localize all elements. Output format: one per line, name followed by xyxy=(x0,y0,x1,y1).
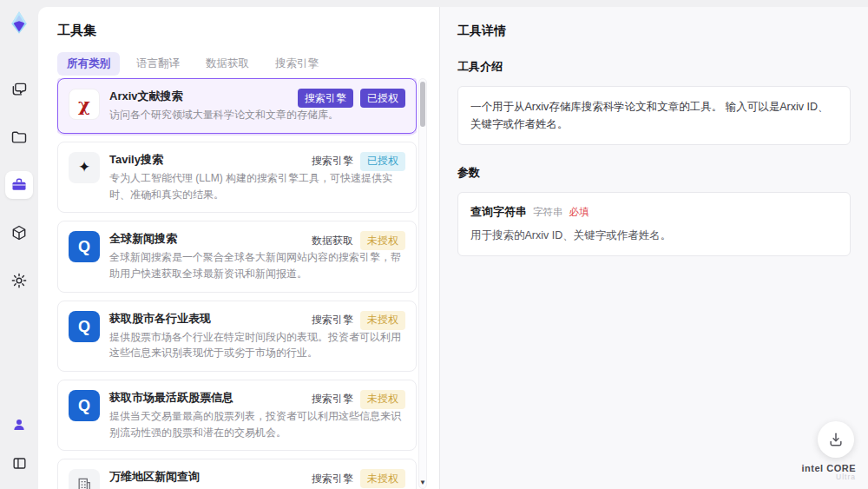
sidebar-bottom xyxy=(5,411,33,477)
intel-core-logo-text: intel CORE xyxy=(802,463,856,473)
download-icon xyxy=(827,431,845,448)
tool-list-item[interactable]: Q 获取股市各行业表现 提供股票市场各个行业在特定时间段内的表现。投资者可以利用… xyxy=(57,301,417,372)
tool-tags: 搜索引擎未授权 xyxy=(312,469,405,488)
sidebar-item-chat[interactable] xyxy=(5,76,33,103)
chat-icon xyxy=(10,81,28,98)
gem-logo-icon xyxy=(7,10,31,35)
sidebar-item-toolbox[interactable] xyxy=(5,171,33,199)
tool-tags: 搜索引擎未授权 xyxy=(312,390,405,409)
category-tabs: 所有类别语言翻译数据获取搜索引擎 xyxy=(57,52,439,76)
status-badge: 未授权 xyxy=(360,390,405,409)
download-button[interactable] xyxy=(818,421,854,458)
tool-description: 提供当天交易量最高的股票列表，投资者可以利用这些信息来识别流动性强的股票和潜在的… xyxy=(109,408,404,440)
tavily-star-icon: ✦ xyxy=(78,160,90,175)
tool-description: 专为人工智能代理 (LLM) 构建的搜索引擎工具，可快速提供实时、准确和真实的结… xyxy=(109,170,404,202)
category-tab-3[interactable]: 搜索引擎 xyxy=(266,52,328,76)
cube-icon xyxy=(10,224,28,241)
intro-heading: 工具介绍 xyxy=(457,59,851,75)
tool-list-item[interactable]: Q 获取市场最活跃股票信息 提供当天交易量最高的股票列表，投资者可以利用这些信息… xyxy=(57,380,417,451)
status-badge: 未授权 xyxy=(360,231,405,250)
category-tab-0[interactable]: 所有类别 xyxy=(57,52,120,76)
panel-toggle-icon xyxy=(11,455,28,472)
sidebar-nav xyxy=(5,76,33,294)
parameter-card: 查询字符串 字符串 必填 用于搜索的Arxiv ID、关键字或作者姓名。 xyxy=(457,192,851,256)
tool-list-item[interactable]: Q 全球新闻搜索 全球新闻搜索是一个聚合全球各大新闻网站内容的搜索引擎，帮助用户… xyxy=(57,221,417,292)
category-tag: 搜索引擎 xyxy=(312,154,353,169)
sidebar-item-files[interactable] xyxy=(5,123,33,151)
building-news-icon xyxy=(76,476,93,489)
category-tag: 搜索引擎 xyxy=(312,392,353,406)
intel-core-brand: intel CORE Ultra xyxy=(802,463,856,481)
category-tab-1[interactable]: 语言翻译 xyxy=(127,52,189,76)
tool-list-item[interactable]: χ Arxiv文献搜索 访问各个研究领域大量科学论文和文章的存储库。 搜索引擎已… xyxy=(57,78,417,134)
list-scrollbar[interactable]: ▼ xyxy=(418,78,427,489)
tool-list-item[interactable]: 万维地区新闻查询 查询具体行政区划内的新闻，快速了解各地新闻动 搜索引擎未授权 xyxy=(57,459,417,489)
tool-tags: 搜索引擎未授权 xyxy=(312,311,405,330)
tavily-tool-icon: ✦ xyxy=(69,152,100,183)
tool-description: 提供股票市场各个行业在特定时间段内的表现。投资者可以利用这些信息来识别表现优于或… xyxy=(109,329,404,361)
tool-tags: 搜索引擎已授权 xyxy=(298,89,405,108)
category-tag: 搜索引擎 xyxy=(298,89,353,108)
page-title: 工具集 xyxy=(57,23,439,39)
parameter-required-badge: 必填 xyxy=(569,206,589,219)
intro-card: 一个用于从Arxiv存储库搜索科学论文和文章的工具。 输入可以是Arxiv ID… xyxy=(457,86,851,145)
icon-sidebar xyxy=(0,0,38,489)
parameter-name: 查询字符串 xyxy=(470,204,527,220)
building-tool-icon xyxy=(69,469,100,489)
tool-description: 访问各个研究领域大量科学论文和文章的存储库。 xyxy=(109,107,404,123)
arxiv-logo-icon: χ xyxy=(78,96,90,114)
user-icon xyxy=(11,417,27,433)
status-badge: 未授权 xyxy=(360,469,405,488)
parameter-description: 用于搜索的Arxiv ID、关键字或作者姓名。 xyxy=(470,228,838,244)
tool-detail-panel: 工具详情 工具介绍 一个用于从Arxiv存储库搜索科学论文和文章的工具。 输入可… xyxy=(439,7,868,489)
tool-tags: 搜索引擎已授权 xyxy=(312,152,405,171)
tool-list-panel: 工具集 所有类别语言翻译数据获取搜索引擎 χ Arxiv文献搜索 访问各个研究领… xyxy=(38,7,439,489)
category-tag: 搜索引擎 xyxy=(312,313,353,327)
category-tab-2[interactable]: 数据获取 xyxy=(196,52,259,76)
news-tool-icon: Q xyxy=(69,231,100,262)
status-badge: 已授权 xyxy=(360,152,405,171)
folder-icon xyxy=(10,129,28,146)
arxiv-tool-icon: χ xyxy=(69,89,100,120)
scrollbar-down-arrow[interactable]: ▼ xyxy=(419,479,426,486)
parameter-type: 字符串 xyxy=(533,206,563,219)
scrollbar-thumb[interactable] xyxy=(420,82,425,127)
params-list: 查询字符串 字符串 必填 用于搜索的Arxiv ID、关键字或作者姓名。 xyxy=(457,192,851,256)
news-q-logo-icon: Q xyxy=(78,398,90,413)
category-tag: 搜索引擎 xyxy=(312,472,353,486)
category-tag: 数据获取 xyxy=(312,234,353,248)
intro-text: 一个用于从Arxiv存储库搜索科学论文和文章的工具。 输入可以是Arxiv ID… xyxy=(470,98,838,133)
news-q-logo-icon: Q xyxy=(78,239,90,254)
app-logo[interactable] xyxy=(6,10,32,36)
briefcase-icon xyxy=(10,176,28,194)
news-q-logo-icon: Q xyxy=(78,319,90,334)
news-tool-icon: Q xyxy=(69,311,100,342)
tool-list: χ Arxiv文献搜索 访问各个研究领域大量科学论文和文章的存储库。 搜索引擎已… xyxy=(57,78,417,489)
tool-list-item[interactable]: ✦ Tavily搜索 专为人工智能代理 (LLM) 构建的搜索引擎工具，可快速提… xyxy=(57,142,417,213)
sidebar-item-profile[interactable] xyxy=(5,411,33,439)
sidebar-item-collapse[interactable] xyxy=(5,449,33,477)
tool-tags: 数据获取未授权 xyxy=(312,231,405,250)
intel-ultra-text: Ultra xyxy=(802,473,856,481)
news-tool-icon: Q xyxy=(69,390,100,421)
status-badge: 已授权 xyxy=(360,89,405,108)
tool-description: 全球新闻搜索是一个聚合全球各大新闻网站内容的搜索引擎，帮助用户快速获取全球最新资… xyxy=(109,249,404,281)
sidebar-item-packages[interactable] xyxy=(5,219,33,247)
detail-title: 工具详情 xyxy=(457,23,851,39)
gear-icon xyxy=(10,272,28,289)
sidebar-item-settings[interactable] xyxy=(5,267,33,294)
params-heading: 参数 xyxy=(457,165,851,181)
status-badge: 未授权 xyxy=(360,311,405,330)
